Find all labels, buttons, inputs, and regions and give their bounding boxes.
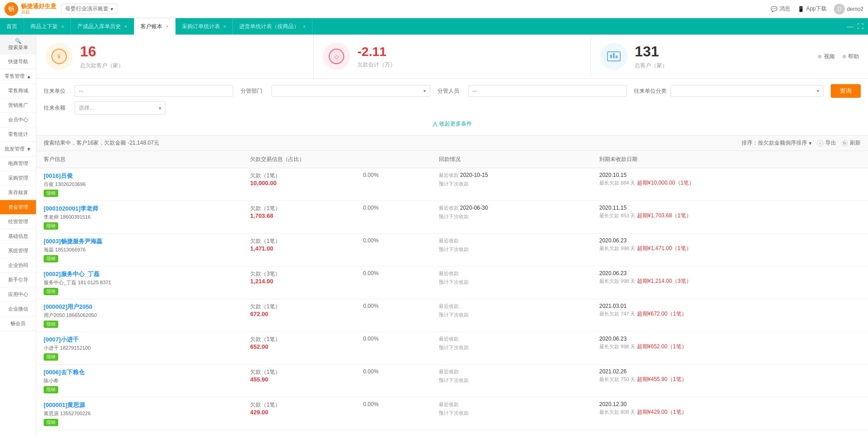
close-icon[interactable]: × (224, 24, 226, 29)
export-button[interactable]: ○ 导出 (817, 139, 836, 147)
customer-name[interactable]: [0003]畅捷服务尹海蕊 (44, 237, 236, 246)
logo-char: 畅 (8, 5, 15, 13)
filter-select-dept[interactable]: ▾ (271, 85, 430, 97)
next-label: 预计下次收款 (439, 181, 585, 187)
sidebar-item-apps[interactable]: 应用中心 (0, 287, 36, 302)
customer-name[interactable]: [0016]吕俊 (44, 172, 236, 180)
next-label: 预计下次收款 (439, 246, 585, 253)
customer-name[interactable]: [0002]服务中心_丁磊 (44, 270, 236, 278)
tab-production-history[interactable]: 产成品入库单历史 × (71, 18, 134, 35)
sidebar-item-basic-info[interactable]: 基础信息 (0, 229, 36, 244)
debt-amount[interactable]: 429.00 (250, 409, 348, 416)
debt-amount[interactable]: 1,214.00 (250, 278, 348, 285)
customer-name[interactable]: [0001020001]李老师 (44, 205, 236, 213)
overdue-amount[interactable]: 超期¥672.00（1笔） (637, 311, 687, 317)
max-days: 最长欠款 750 天 超期¥455.90（1笔） (599, 376, 861, 383)
debt-amount[interactable]: 652.00 (250, 343, 348, 350)
close-icon[interactable]: × (125, 24, 127, 29)
app-download-btn[interactable]: 📱 App下载 (798, 5, 827, 13)
customer-name[interactable]: [000001]黄思源 (44, 401, 236, 409)
max-days: 最长欠款 853 天 超期¥1,703.68（1笔） (599, 212, 861, 220)
sidebar-item-purchase[interactable]: 采购管理 (0, 171, 36, 186)
results-text: 搜索结果中，客户16家 (44, 140, 99, 146)
help-btn[interactable]: ⊙ 帮助 (842, 53, 859, 60)
filter-item-category: 往来单位分类 ▾ (634, 85, 823, 97)
refresh-button[interactable]: ↻ 刷新 (842, 139, 861, 147)
filter-input-person[interactable]: ··· (468, 85, 627, 97)
overdue-amount[interactable]: 超期¥1,703.68（1笔） (637, 212, 692, 219)
debt-amount[interactable]: 455.90 (250, 376, 348, 383)
debt-amount[interactable]: 1,471.00 (250, 245, 348, 252)
sidebar-item-system[interactable]: 系统管理 (0, 244, 36, 258)
sidebar-item-finance[interactable]: 资金管理 (0, 200, 36, 215)
close-icon[interactable]: × (61, 24, 64, 29)
filter-input-unit[interactable]: ··· (75, 85, 233, 97)
sidebar-item-membership[interactable]: 畅会员 (0, 316, 36, 331)
overdue-amount[interactable]: 超期¥455.90（1笔） (637, 376, 687, 382)
filter-label-balance: 往来余额 (44, 104, 71, 112)
customer-name[interactable]: [000002]用户2050 (44, 303, 236, 311)
search-button[interactable]: 查询 (831, 84, 861, 98)
sidebar-item-guide[interactable]: 新手引导 (0, 273, 36, 287)
video-btn[interactable]: ⊙ 视频 (818, 53, 834, 60)
tab-purchase-stats[interactable]: 采购订单统计表 × (176, 18, 233, 35)
debt-percent-cell: 0.00% (356, 397, 431, 430)
sidebar-label: 经营管理 (8, 219, 28, 224)
debt-label-cell: 欠款（1笔） 429.00 (243, 397, 356, 430)
max-days: 最长欠款 998 天 超期¥1,214.00（3笔） (599, 277, 861, 285)
tab-product-listing[interactable]: 商品上下架 × (24, 18, 71, 35)
overdue-amount[interactable]: 超期¥10,000.00（1笔） (637, 180, 695, 186)
customer-name[interactable]: [0006]去下粮仓 (44, 368, 236, 377)
sidebar-item-retail-mall[interactable]: 零售商城 (0, 84, 36, 98)
tab-purchase-product-stats[interactable]: 进货单统计表（按商品） × (233, 18, 312, 35)
due-date: 2020.06.23 (599, 237, 861, 244)
debt-amount[interactable]: 1,703.68 (250, 212, 348, 219)
sidebar-item-enterprise[interactable]: 企业协同 (0, 258, 36, 273)
debt-label: 欠款（1笔） (250, 401, 348, 409)
overdue-amount[interactable]: 超期¥1,471.00（1笔） (637, 245, 692, 251)
sidebar-item-operations[interactable]: 经营管理 (0, 215, 36, 229)
recovery-cell: 最近收款 预计下次收款 (431, 266, 592, 299)
sidebar-item-members[interactable]: 会员中心 (0, 113, 36, 127)
customer-name[interactable]: [0007]小进千 (44, 336, 236, 344)
store-selector[interactable]: 母婴行业演示账套 ▾ (61, 4, 117, 14)
user-name: demo2 (847, 6, 863, 12)
collapse-btn[interactable]: ⋀ 收起更多条件 (44, 118, 861, 130)
max-days: 最长欠款 808 天 超期¥429.00（1笔） (599, 408, 861, 416)
user-avatar-btn[interactable]: D demo2 (834, 4, 863, 15)
sidebar-search[interactable]: 🔍 搜索菜单 (0, 35, 36, 55)
minimize-icon[interactable]: — (847, 23, 853, 30)
sidebar-item-wholesale[interactable]: 批发管理 ▼ (0, 142, 36, 156)
debt-amount[interactable]: 10,000.00 (250, 180, 348, 186)
due-date-cell: 2020.11.15 最长欠款 853 天 超期¥1,703.68（1笔） (592, 201, 868, 234)
customer-contact: 服务中心_丁磊 181 0125 8371 (44, 279, 236, 286)
overdue-amount[interactable]: 超期¥652.00（1笔） (637, 343, 687, 350)
tab-customer-account[interactable]: 客户账本 × (134, 18, 176, 35)
due-date: 2020.12.30 (599, 401, 861, 407)
sort-button[interactable]: 排序：按欠款金额倒序排序 ▾ (742, 139, 812, 147)
overdue-amount[interactable]: 超期¥429.00（1笔） (637, 409, 687, 415)
maximize-icon[interactable]: ⛶ (857, 23, 863, 30)
close-icon[interactable]: × (166, 24, 169, 29)
sidebar-item-marketing[interactable]: 营销推广 (0, 98, 36, 113)
close-icon[interactable]: × (303, 24, 306, 29)
sidebar-item-wechat[interactable]: 企业微信 (0, 302, 36, 316)
export-icon: ○ (817, 140, 823, 146)
customer-contact: 李老师 18600391516 (44, 214, 236, 221)
sidebar-item-inventory[interactable]: 库存核算 (0, 186, 36, 200)
tab-home[interactable]: 首页 (0, 18, 24, 35)
store-name: 母婴行业演示账套 (65, 5, 109, 13)
debt-amount[interactable]: 672.00 (250, 311, 348, 317)
filter-select-category[interactable]: ▾ (670, 85, 823, 97)
sidebar-item-retail-mgmt[interactable]: 零售管理 ▲ (0, 69, 36, 84)
sidebar-item-retail-stats[interactable]: 零售统计 (0, 127, 36, 142)
sidebar-item-ecommerce[interactable]: 电商管理 (0, 156, 36, 171)
overdue-amount[interactable]: 超期¥1,214.00（3笔） (637, 278, 692, 284)
filter-label-unit: 往来单位 (44, 87, 71, 95)
sidebar-item-quick-nav[interactable]: 快捷导航 (0, 55, 36, 69)
link-text[interactable]: 示款 (21, 10, 56, 15)
data-table: 客户信息 欠款交易信息（占比） 回款情况 到期未收款日期 [0016]吕俊 吕俊… (36, 151, 868, 430)
svg-text:◇: ◇ (335, 54, 339, 60)
filter-select-balance[interactable]: 选择... ▾ (75, 101, 166, 115)
message-btn[interactable]: 💬 消息 (771, 5, 790, 13)
